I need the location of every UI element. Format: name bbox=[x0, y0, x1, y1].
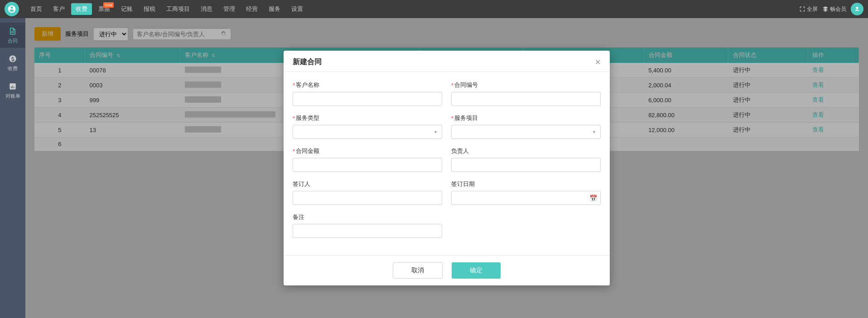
form-row-3: * 合同金额 0.00 负责人 bbox=[293, 147, 601, 172]
vip-button[interactable]: 畅会员 bbox=[822, 5, 846, 13]
signer-label: 签订人 bbox=[293, 180, 442, 188]
form-group-responsible: 负责人 bbox=[451, 147, 601, 172]
required-star4: * bbox=[451, 115, 453, 122]
contract-icon bbox=[8, 26, 18, 36]
nav-client[interactable]: 客户 bbox=[48, 3, 69, 15]
note-label: 备注 bbox=[293, 213, 442, 221]
statement-icon bbox=[8, 81, 18, 91]
modal-footer: 取消 确定 bbox=[284, 255, 610, 285]
sidebar-item-contract[interactable]: 合同 bbox=[0, 23, 25, 48]
nav-tax[interactable]: 报税 bbox=[139, 3, 160, 15]
sign-date-label: 签订日期 bbox=[451, 180, 601, 188]
form-group-service-type: * 服务类型 bbox=[293, 114, 442, 139]
nav-business[interactable]: 工商项目 bbox=[162, 3, 194, 15]
sidebar-item-fee[interactable]: 收费 bbox=[0, 50, 25, 76]
responsible-label: 负责人 bbox=[451, 147, 601, 155]
nav-right: 全屏 畅会员 bbox=[799, 3, 863, 15]
modal-body: * 客户名称 * 合同编号 bbox=[284, 72, 610, 255]
cancel-button[interactable]: 取消 bbox=[393, 262, 443, 279]
nav-bookkeeping[interactable]: 记账 bbox=[116, 3, 137, 15]
responsible-input[interactable] bbox=[451, 158, 601, 172]
modal-header: 新建合同 ✕ bbox=[284, 51, 610, 72]
sidebar-label-contract: 合同 bbox=[8, 38, 18, 44]
sign-date-input[interactable]: 2023-06-06 bbox=[451, 191, 601, 205]
service-item-select[interactable] bbox=[451, 125, 601, 139]
nav-service[interactable]: 服务 bbox=[264, 3, 285, 15]
top-nav: 首页 客户 收费 票据 new 记账 报税 工商项目 消息 管理 经营 服务 设… bbox=[0, 0, 868, 18]
note-input[interactable] bbox=[293, 224, 442, 238]
nav-home[interactable]: 首页 bbox=[26, 3, 47, 15]
required-star: * bbox=[293, 82, 295, 89]
nav-settings[interactable]: 设置 bbox=[287, 3, 308, 15]
main-layout: 合同 收费 对账单 新增 服务项目 进行中 已完成 已终止 bbox=[0, 18, 868, 318]
signer-input[interactable] bbox=[293, 191, 442, 205]
form-group-amount: * 合同金额 0.00 bbox=[293, 147, 442, 172]
amount-input[interactable]: 0.00 bbox=[293, 158, 442, 172]
form-group-note: 备注 bbox=[293, 213, 442, 238]
service-type-label: * 服务类型 bbox=[293, 114, 442, 122]
user-avatar[interactable] bbox=[851, 3, 863, 15]
nav-message[interactable]: 消息 bbox=[196, 3, 217, 15]
contract-no-label: * 合同编号 bbox=[451, 81, 601, 89]
client-name-input[interactable] bbox=[293, 92, 442, 106]
form-group-contract-no: * 合同编号 bbox=[451, 81, 601, 106]
nav-manage[interactable]: 管理 bbox=[219, 3, 240, 15]
content-area: 新增 服务项目 进行中 已完成 已终止 序号 合同编号 ⇅ bbox=[25, 18, 868, 318]
service-type-select-wrapper bbox=[293, 125, 442, 139]
fullscreen-button[interactable]: 全屏 bbox=[799, 5, 818, 13]
new-contract-modal: 新建合同 ✕ * 客户名称 bbox=[284, 51, 610, 285]
sidebar-label-fee: 收费 bbox=[8, 65, 18, 72]
nav-invoice[interactable]: 票据 new bbox=[94, 3, 115, 15]
modal-title: 新建合同 bbox=[293, 57, 322, 67]
form-group-sign-date: 签订日期 2023-06-06 📅 bbox=[451, 180, 601, 205]
modal-overlay: 新建合同 ✕ * 客户名称 bbox=[25, 18, 868, 318]
required-star5: * bbox=[293, 148, 295, 155]
form-row-1: * 客户名称 * 合同编号 bbox=[293, 81, 601, 106]
form-group-service-item: * 服务项目 bbox=[451, 114, 601, 139]
fee-icon bbox=[8, 54, 18, 64]
amount-label: * 合同金额 bbox=[293, 147, 442, 155]
new-badge: new bbox=[103, 2, 114, 8]
calendar-icon[interactable]: 📅 bbox=[589, 195, 597, 202]
form-group-client: * 客户名称 bbox=[293, 81, 442, 106]
client-name-label: * 客户名称 bbox=[293, 81, 442, 89]
service-type-select[interactable] bbox=[293, 125, 442, 139]
contract-no-input[interactable] bbox=[451, 92, 601, 106]
sidebar-label-statement: 对账单 bbox=[5, 93, 20, 100]
required-star2: * bbox=[451, 82, 453, 89]
app-logo bbox=[5, 2, 19, 16]
sidebar-item-statement[interactable]: 对账单 bbox=[0, 78, 25, 103]
nav-fee[interactable]: 收费 bbox=[71, 3, 92, 15]
nav-operation[interactable]: 经营 bbox=[241, 3, 262, 15]
modal-close-button[interactable]: ✕ bbox=[595, 58, 601, 66]
required-star3: * bbox=[293, 115, 295, 122]
sidebar: 合同 收费 对账单 bbox=[0, 18, 25, 318]
confirm-button[interactable]: 确定 bbox=[452, 262, 501, 279]
form-row-2: * 服务类型 * 服务项目 bbox=[293, 114, 601, 139]
sign-date-wrapper: 2023-06-06 📅 bbox=[451, 191, 601, 205]
form-row-5: 备注 bbox=[293, 213, 601, 238]
form-group-signer: 签订人 bbox=[293, 180, 442, 205]
nav-items: 首页 客户 收费 票据 new 记账 报税 工商项目 消息 管理 经营 服务 设… bbox=[26, 3, 799, 15]
service-item-label: * 服务项目 bbox=[451, 114, 601, 122]
form-row-4: 签订人 签订日期 2023-06-06 📅 bbox=[293, 180, 601, 205]
service-item-select-wrapper bbox=[451, 125, 601, 139]
